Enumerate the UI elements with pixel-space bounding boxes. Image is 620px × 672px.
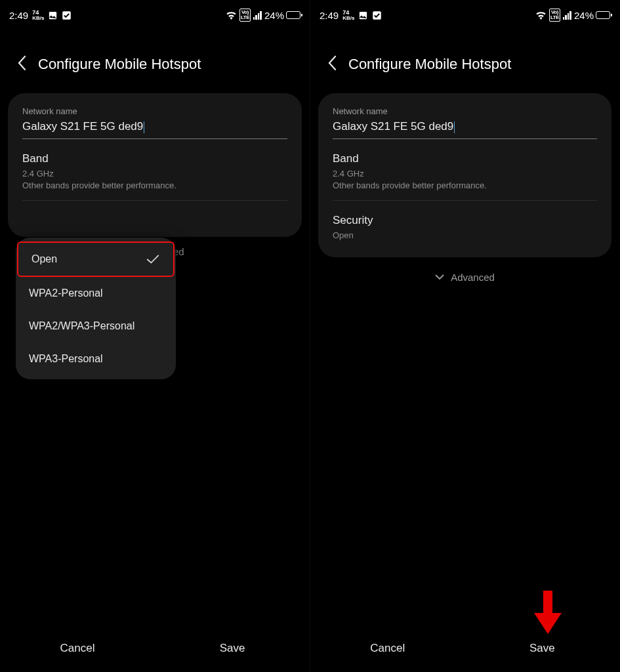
- band-value: 2.4 GHz: [333, 168, 597, 180]
- battery-pct: 24%: [574, 10, 594, 21]
- advanced-toggle[interactable]: Advanced: [310, 257, 619, 297]
- wifi-icon: [226, 11, 237, 20]
- checkbox-icon: [62, 10, 72, 20]
- back-button[interactable]: [327, 55, 337, 74]
- footer-bar: Cancel Save: [310, 625, 619, 672]
- security-row[interactable]: Security Open: [333, 200, 597, 245]
- battery-icon: [286, 11, 300, 19]
- phone-screen-left: 2:49 74 KB/s Vo)LTE 24%: [0, 0, 310, 672]
- chevron-left-icon: [327, 55, 337, 71]
- network-name-field[interactable]: Network name Galaxy S21 FE 5G ded9: [22, 106, 287, 139]
- status-speed: 74 KB/s: [342, 10, 354, 21]
- network-name-input[interactable]: Galaxy S21 FE 5G ded9: [333, 120, 597, 139]
- signal-icon: [253, 11, 262, 20]
- dropdown-option-wpa2wpa3[interactable]: WPA2/WPA3-Personal: [16, 310, 176, 343]
- band-value: 2.4 GHz: [22, 168, 287, 180]
- status-time: 2:49: [320, 10, 339, 21]
- settings-card: Network name Galaxy S21 FE 5G ded9 Band …: [318, 93, 611, 257]
- security-value: Open: [333, 230, 597, 242]
- band-row[interactable]: Band 2.4 GHz Other bands provide better …: [333, 139, 597, 195]
- advanced-label: Advanced: [451, 272, 495, 283]
- wifi-icon: [535, 11, 547, 20]
- red-arrow-annotation: [533, 591, 563, 635]
- dropdown-option-open[interactable]: Open: [17, 242, 175, 277]
- security-title: Security: [333, 214, 597, 227]
- chevron-left-icon: [17, 55, 26, 71]
- network-name-label: Network name: [22, 106, 287, 116]
- status-speed: 74 KB/s: [32, 10, 44, 21]
- network-name-label: Network name: [333, 106, 597, 116]
- security-row-hidden: [22, 200, 287, 225]
- band-note: Other bands provide better performance.: [333, 180, 597, 192]
- check-icon: [146, 255, 160, 264]
- battery-icon: [596, 11, 610, 19]
- dropdown-option-wpa3[interactable]: WPA3-Personal: [16, 343, 176, 375]
- footer-bar: Cancel Save: [0, 625, 310, 672]
- dropdown-option-wpa2[interactable]: WPA2-Personal: [16, 277, 176, 310]
- picture-icon: [358, 10, 368, 20]
- status-bar: 2:49 74 KB/s Vo)LTE 24%: [310, 0, 619, 26]
- band-row[interactable]: Band 2.4 GHz Other bands provide better …: [22, 139, 287, 195]
- cancel-button[interactable]: Cancel: [310, 625, 465, 672]
- page-title: Configure Mobile Hotspot: [38, 56, 201, 73]
- status-time: 2:49: [9, 10, 28, 21]
- status-bar: 2:49 74 KB/s Vo)LTE 24%: [0, 0, 310, 26]
- back-button[interactable]: [17, 55, 26, 74]
- band-note: Other bands provide better performance.: [22, 180, 287, 192]
- network-name-input[interactable]: Galaxy S21 FE 5G ded9: [22, 120, 287, 139]
- network-name-field[interactable]: Network name Galaxy S21 FE 5G ded9: [333, 106, 597, 139]
- picture-icon: [48, 10, 58, 20]
- cancel-button[interactable]: Cancel: [0, 625, 155, 672]
- chevron-down-icon: [435, 274, 444, 280]
- band-title: Band: [333, 152, 597, 165]
- band-title: Band: [22, 152, 287, 165]
- save-button[interactable]: Save: [155, 625, 310, 672]
- volte-icon: Vo)LTE: [239, 9, 251, 22]
- phone-screen-right: 2:49 74 KB/s Vo)LTE 24%: [310, 0, 619, 672]
- volte-icon: Vo)LTE: [549, 9, 560, 22]
- battery-pct: 24%: [264, 10, 284, 21]
- settings-card: Network name Galaxy S21 FE 5G ded9 Band …: [8, 93, 302, 237]
- signal-icon: [563, 11, 571, 20]
- security-dropdown: Open WPA2-Personal WPA2/WPA3-Personal WP…: [16, 238, 176, 379]
- checkbox-icon: [372, 10, 382, 20]
- page-title: Configure Mobile Hotspot: [348, 56, 511, 73]
